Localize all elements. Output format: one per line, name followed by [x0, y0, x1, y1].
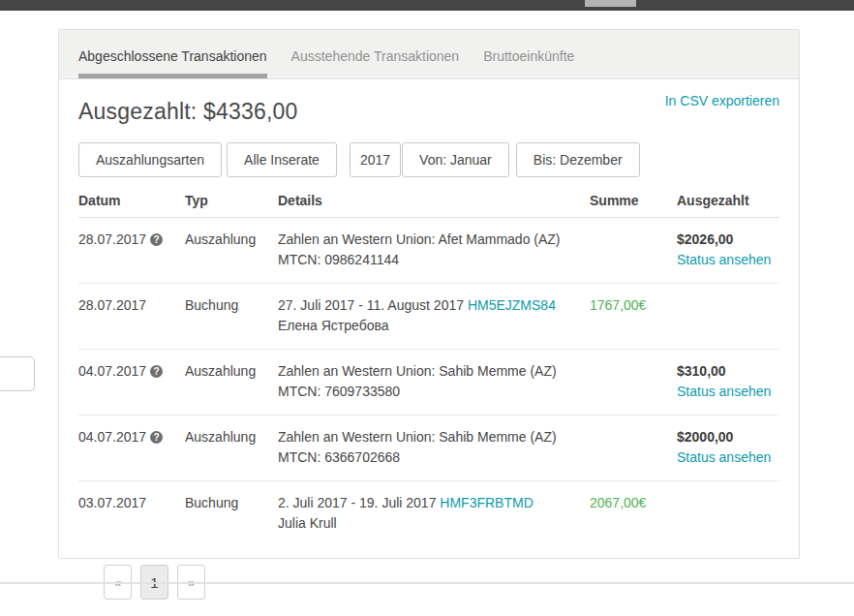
help-icon[interactable]: ? — [150, 431, 163, 444]
details-text: Zahlen an Western Union: Sahib Memme (AZ… — [278, 429, 557, 445]
table-row: 04.07.2017? Auszahlung Zahlen an Western… — [78, 350, 779, 416]
cell-paid-out: $2026,00 Status ansehen — [677, 230, 779, 270]
filter-from-month[interactable]: Von: Januar — [402, 142, 509, 177]
transactions-table: Datum Typ Details Summe Ausgezahlt 28.07… — [78, 193, 779, 546]
cell-paid-out: $310,00 Status ansehen — [677, 361, 779, 402]
details-text: Zahlen an Western Union: Afet Mammado (A… — [278, 231, 561, 247]
tab-completed-transactions[interactable]: Abgeschlossene Transaktionen — [78, 30, 267, 78]
page-title: Ausgezahlt: $4336,00 — [78, 99, 298, 125]
table-row: 03.07.2017 Buchung 2. Juli 2017 - 19. Ju… — [78, 481, 779, 546]
cell-date: 04.07.2017? — [78, 427, 185, 468]
col-header-ausgezahlt: Ausgezahlt — [677, 193, 779, 208]
cell-date: 28.07.2017? — [78, 230, 185, 270]
cell-type: Buchung — [185, 493, 278, 534]
transactions-tabs: Abgeschlossene Transaktionen Ausstehende… — [59, 30, 799, 79]
confirmation-code-link[interactable]: HM5EJZMS84 — [468, 297, 556, 313]
help-icon[interactable]: ? — [150, 233, 163, 246]
cell-sum — [590, 230, 677, 270]
paid-out-amount: $310,00 — [677, 361, 779, 382]
filter-listings[interactable]: Alle Inserate — [227, 142, 337, 177]
scrollbar-thumb[interactable] — [585, 0, 636, 7]
view-status-link[interactable]: Status ansehen — [677, 447, 771, 468]
filter-to-month[interactable]: Bis: Dezember — [516, 142, 640, 177]
col-header-typ: Typ — [185, 193, 278, 208]
details-secondary: Елена Ястребова — [278, 316, 590, 336]
col-header-summe: Summe — [590, 193, 677, 208]
view-status-link[interactable]: Status ansehen — [677, 382, 771, 402]
paid-out-amount: $2026,00 — [677, 230, 779, 250]
details-secondary: MTCN: 7609733580 — [278, 382, 590, 402]
card-content: Ausgezahlt: $4336,00 In CSV exportieren … — [59, 92, 799, 600]
cell-details: Zahlen an Western Union: Sahib Memme (AZ… — [278, 427, 590, 468]
cell-date: 28.07.2017 — [78, 295, 185, 336]
transactions-card: Abgeschlossene Transaktionen Ausstehende… — [58, 29, 800, 559]
paid-out-amount: $2000,00 — [677, 427, 779, 447]
view-status-link[interactable]: Status ansehen — [677, 250, 771, 270]
cell-details: 2. Juli 2017 - 19. Juli 2017 HMF3FRBTMD … — [278, 493, 590, 534]
cell-paid-out — [677, 295, 779, 336]
cell-sum — [590, 361, 677, 402]
browser-top-bar — [0, 0, 854, 11]
filter-row: Auszahlungsarten Alle Inserate 2017 Von:… — [78, 142, 779, 177]
cell-sum: 2067,00€ — [590, 493, 677, 534]
left-edge-cutoff-box — [0, 356, 35, 391]
export-csv-link[interactable]: In CSV exportieren — [665, 93, 779, 108]
cell-paid-out — [677, 493, 779, 534]
details-text: 27. Juli 2017 - 11. August 2017 — [278, 297, 468, 313]
cell-date: 03.07.2017 — [78, 493, 185, 534]
cell-type: Buchung — [185, 295, 278, 336]
cell-date: 04.07.2017? — [78, 361, 185, 402]
header-row: Ausgezahlt: $4336,00 In CSV exportieren — [78, 92, 779, 125]
cell-sum — [590, 427, 677, 468]
footer-divider — [0, 582, 854, 584]
tab-pending-transactions[interactable]: Ausstehende Transaktionen — [291, 30, 460, 78]
cell-details: Zahlen an Western Union: Sahib Memme (AZ… — [278, 361, 590, 402]
table-row: 04.07.2017? Auszahlung Zahlen an Western… — [78, 416, 779, 481]
table-row: 28.07.2017 Buchung 27. Juli 2017 - 11. A… — [78, 284, 779, 350]
details-text: 2. Juli 2017 - 19. Juli 2017 — [278, 495, 440, 510]
cell-paid-out: $2000,00 Status ansehen — [677, 427, 779, 468]
filter-payout-types[interactable]: Auszahlungsarten — [78, 142, 222, 177]
table-row: 28.07.2017? Auszahlung Zahlen an Western… — [78, 218, 779, 284]
cell-details: 27. Juli 2017 - 11. August 2017 HM5EJZMS… — [278, 295, 590, 336]
cell-type: Auszahlung — [185, 427, 278, 468]
confirmation-code-link[interactable]: HMF3FRBTMD — [440, 495, 533, 510]
details-secondary: MTCN: 0986241144 — [278, 250, 590, 270]
cell-type: Auszahlung — [185, 361, 278, 402]
tab-gross-earnings[interactable]: Bruttoeinkünfte — [483, 30, 574, 78]
help-icon[interactable]: ? — [150, 365, 163, 378]
cell-details: Zahlen an Western Union: Afet Mammado (A… — [278, 230, 590, 270]
details-secondary: MTCN: 6366702668 — [278, 447, 590, 468]
details-text: Zahlen an Western Union: Sahib Memme (AZ… — [278, 363, 557, 379]
cell-sum: 1767,00€ — [590, 295, 677, 336]
cell-type: Auszahlung — [185, 230, 278, 270]
table-header: Datum Typ Details Summe Ausgezahlt — [78, 193, 779, 218]
col-header-details: Details — [278, 193, 590, 208]
filter-year[interactable]: 2017 — [350, 142, 401, 177]
col-header-datum: Datum — [78, 193, 185, 208]
details-secondary: Julia Krull — [278, 513, 590, 534]
